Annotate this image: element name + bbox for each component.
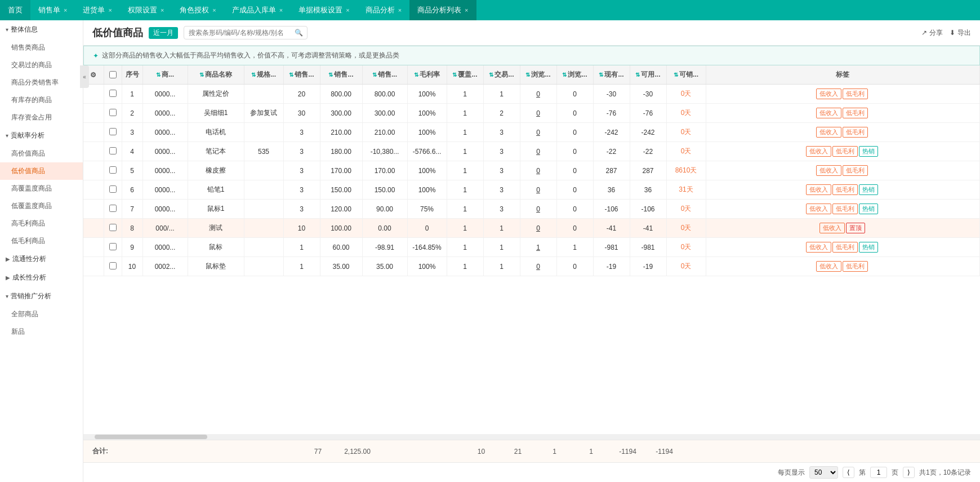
close-icon-permissions[interactable]: ×: [161, 7, 164, 14]
date-badge[interactable]: 近一月: [149, 27, 178, 39]
browse1-value[interactable]: 0: [536, 109, 540, 117]
cell-check[interactable]: [104, 238, 122, 257]
sidebar-item-low-margin[interactable]: 低毛利商品: [0, 232, 83, 250]
row-checkbox[interactable]: [109, 224, 117, 231]
col-spec[interactable]: ⇅规格...: [244, 65, 283, 85]
cell-browse1[interactable]: 0: [520, 161, 556, 180]
sidebar-section-contribution[interactable]: ▾ 贡献率分析: [0, 126, 83, 145]
per-page-select[interactable]: 50 100 200: [809, 466, 838, 479]
sidebar-section-overall[interactable]: ▾ 整体信息: [0, 20, 83, 39]
browse1-value[interactable]: 0: [536, 224, 540, 232]
cell-browse1[interactable]: 1: [520, 238, 556, 257]
next-page-btn[interactable]: ⟩: [903, 467, 915, 478]
col-browse2[interactable]: ⇅浏览...: [556, 65, 593, 85]
sidebar-section-growth[interactable]: ▶ 成长性分析: [0, 268, 83, 287]
first-page-btn[interactable]: ⟨: [843, 467, 854, 478]
sidebar-section-liquidity[interactable]: ▶ 流通性分析: [0, 250, 83, 268]
browse1-value[interactable]: 1: [536, 244, 540, 251]
close-icon-roles[interactable]: ×: [212, 7, 216, 14]
col-sellable[interactable]: ⇅可销...: [666, 65, 706, 85]
cell-check[interactable]: [104, 85, 122, 104]
row-checkbox[interactable]: [109, 262, 117, 269]
cell-browse1[interactable]: 0: [520, 142, 556, 161]
cell-check[interactable]: [104, 123, 122, 142]
row-checkbox[interactable]: [109, 90, 117, 97]
cell-browse1[interactable]: 0: [520, 257, 556, 276]
browse1-value[interactable]: 0: [536, 90, 540, 98]
col-check[interactable]: [104, 65, 122, 85]
col-available[interactable]: ⇅可用...: [630, 65, 666, 85]
cell-check[interactable]: [104, 142, 122, 161]
sidebar-item-high-margin[interactable]: 高毛利商品: [0, 215, 83, 232]
col-name[interactable]: ⇅商品名称: [188, 65, 244, 85]
cell-check[interactable]: [104, 104, 122, 123]
col-browse1[interactable]: ⇅浏览...: [520, 65, 556, 85]
row-checkbox[interactable]: [109, 185, 117, 193]
browse1-value[interactable]: 0: [536, 205, 540, 213]
col-current-stock[interactable]: ⇅现有...: [593, 65, 630, 85]
col-gross-margin[interactable]: ⇅毛利率: [407, 65, 447, 85]
sidebar-item-low-coverage[interactable]: 低覆盖度商品: [0, 197, 83, 215]
nav-item-warehouse[interactable]: 产成品入库单 ×: [224, 0, 291, 20]
export-button[interactable]: ⬇ 导出: [950, 28, 971, 38]
nav-item-roles[interactable]: 角色授权 ×: [172, 0, 224, 20]
close-icon-template[interactable]: ×: [346, 7, 349, 14]
sidebar-collapse-btn[interactable]: «: [80, 65, 89, 88]
nav-item-home[interactable]: 首页: [0, 0, 30, 20]
close-icon-warehouse[interactable]: ×: [279, 7, 283, 14]
select-all-checkbox[interactable]: [109, 71, 117, 78]
sidebar-item-new-goods[interactable]: 新品: [0, 323, 83, 341]
browse1-value[interactable]: 0: [536, 129, 540, 136]
sidebar-item-high-value[interactable]: 高价值商品: [0, 145, 83, 162]
close-icon-analysis-list[interactable]: ×: [465, 7, 468, 14]
browse1-value[interactable]: 0: [536, 148, 540, 156]
col-sales-amount[interactable]: ⇅销售...: [320, 65, 362, 85]
browse1-value[interactable]: 0: [536, 167, 540, 175]
nav-item-purchase[interactable]: 进货单 ×: [75, 0, 119, 20]
row-checkbox[interactable]: [109, 109, 117, 116]
row-checkbox[interactable]: [109, 128, 117, 135]
col-code[interactable]: ⇅商...: [142, 65, 188, 85]
cell-browse1[interactable]: 0: [520, 123, 556, 142]
browse1-value[interactable]: 0: [536, 186, 540, 194]
nav-item-analysis[interactable]: 商品分析 ×: [358, 0, 409, 20]
horizontal-scrollbar[interactable]: [83, 434, 980, 440]
col-sales-unit[interactable]: ⇅销售...: [362, 65, 407, 85]
sidebar-item-category-rate[interactable]: 商品分类销售率: [0, 74, 83, 91]
cell-check[interactable]: [104, 200, 122, 219]
col-sales-qty[interactable]: ⇅销售...: [283, 65, 320, 85]
browse1-value[interactable]: 0: [536, 263, 540, 271]
cell-browse1[interactable]: 0: [520, 219, 556, 238]
cell-check[interactable]: [104, 219, 122, 238]
page-number-input[interactable]: [870, 467, 887, 478]
close-icon-sales[interactable]: ×: [64, 7, 67, 14]
close-icon-analysis[interactable]: ×: [398, 7, 402, 14]
row-checkbox[interactable]: [109, 147, 117, 154]
row-checkbox[interactable]: [109, 205, 117, 212]
cell-check[interactable]: [104, 161, 122, 180]
cell-browse1[interactable]: 0: [520, 85, 556, 104]
col-transactions[interactable]: ⇅交易...: [483, 65, 520, 85]
cell-browse1[interactable]: 0: [520, 200, 556, 219]
nav-item-sales[interactable]: 销售单 ×: [30, 0, 75, 20]
cell-browse1[interactable]: 0: [520, 180, 556, 200]
scrollbar-thumb[interactable]: [95, 435, 207, 439]
sidebar-item-low-value[interactable]: 低价值商品: [0, 162, 83, 180]
sidebar-section-marketing[interactable]: ▾ 营销推广分析: [0, 287, 83, 306]
row-checkbox[interactable]: [109, 166, 117, 174]
sidebar-item-sales-goods[interactable]: 销售类商品: [0, 39, 83, 56]
close-icon-purchase[interactable]: ×: [108, 7, 112, 14]
sidebar-item-high-coverage[interactable]: 高覆盖度商品: [0, 180, 83, 197]
sidebar-item-all-goods[interactable]: 全部商品: [0, 306, 83, 323]
search-input[interactable]: [184, 26, 308, 39]
nav-item-analysis-list[interactable]: 商品分析列表 ×: [409, 0, 476, 20]
sidebar-item-stock-capital[interactable]: 库存资金占用: [0, 109, 83, 126]
cell-check[interactable]: [104, 257, 122, 276]
row-checkbox[interactable]: [109, 243, 117, 250]
sidebar-item-stocked-goods[interactable]: 有库存的商品: [0, 91, 83, 109]
nav-item-permissions[interactable]: 权限设置 ×: [120, 0, 172, 20]
col-coverage[interactable]: ⇅覆盖...: [447, 65, 483, 85]
cell-check[interactable]: [104, 180, 122, 200]
cell-browse1[interactable]: 0: [520, 104, 556, 123]
sidebar-item-traded-goods[interactable]: 交易过的商品: [0, 56, 83, 74]
